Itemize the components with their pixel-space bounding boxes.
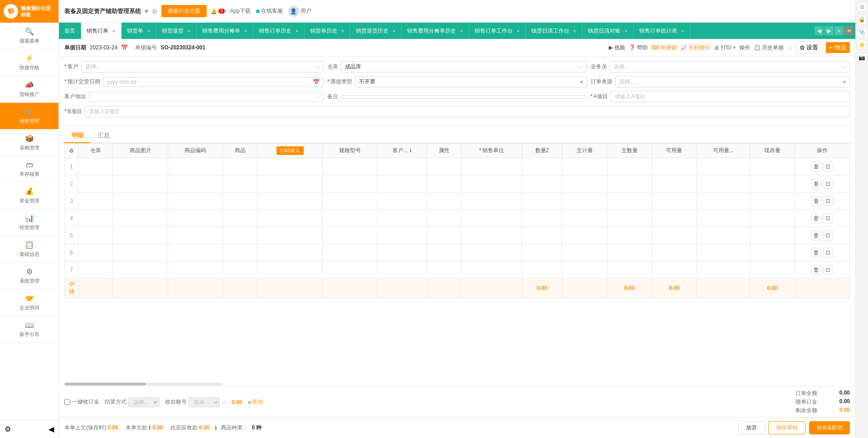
inner-tab-0[interactable]: 明细 [64,129,91,143]
cell-5-8[interactable] [427,227,461,244]
delete-row-btn-3[interactable]: 🗑 [811,196,821,206]
cell-2-2[interactable] [113,175,168,193]
account-select[interactable]: 选择... [189,397,220,407]
inner-tab-1[interactable]: 汇总 [91,129,117,143]
cell-4-3[interactable] [168,210,223,227]
cell-6-7[interactable] [378,244,427,261]
sidebar-item-1[interactable]: ⚡快捷导航 [0,49,58,76]
cell-4-4[interactable] [223,210,257,227]
cell-7-6[interactable] [322,261,377,279]
add-logistics-button[interactable]: + 物流 [826,42,850,53]
cell-2-6[interactable] [322,175,377,193]
tab-close-8[interactable]: ✕ [460,29,463,34]
cell-3-15[interactable] [750,193,795,210]
history-btn[interactable]: 📋历史单据 [754,44,784,52]
cell-2-13[interactable] [652,175,697,193]
cell-2-14[interactable] [697,175,750,193]
tab-0[interactable]: 首页 [59,23,81,39]
copy-row-btn-4[interactable]: ⊡ [823,213,833,223]
cell-2-12[interactable] [607,175,652,193]
sidebar-item-8[interactable]: 📋基础信息 [0,236,58,263]
cell-4-5[interactable] [257,210,323,227]
cell-6-3[interactable] [168,244,223,261]
cell-7-1[interactable] [78,261,113,279]
copy-row-btn-6[interactable]: ⊡ [823,248,833,258]
copy-row-btn-2[interactable]: ⊡ [823,179,833,189]
tab-9[interactable]: 销售订单工作台✕ [469,23,526,39]
cell-4-9[interactable] [461,210,522,227]
cell-6-14[interactable] [697,244,750,261]
tab-2[interactable]: 销货单✕ [121,23,156,39]
sidebar-item-5[interactable]: 🗃库存核算 [0,156,58,183]
cell-1-15[interactable] [750,158,795,175]
cell-4-8[interactable] [427,210,461,227]
cell-6-11[interactable] [562,244,607,261]
tab-close-11[interactable]: ✕ [624,29,628,34]
cell-4-1[interactable] [78,210,113,227]
cell-6-12[interactable] [607,244,652,261]
tab-1[interactable]: 销售订单✕ [81,23,121,39]
save-new-button[interactable]: 保存&新增 [809,421,850,434]
cell-5-13[interactable] [652,227,697,244]
warehouse-input[interactable]: 成品库 ··· [341,61,587,72]
cell-1-14[interactable] [697,158,750,175]
settings-icon[interactable]: ⚙ [152,8,158,15]
sales-dots[interactable]: ··· [841,64,846,70]
tab-12[interactable]: 销售订单统计表✕ [634,23,690,39]
customer-input[interactable]: 选择... ··· [81,61,324,72]
cell-4-12[interactable] [607,210,652,227]
app-download-link[interactable]: App下载 [230,7,251,15]
tab-close-2[interactable]: ✕ [147,29,150,34]
cell-3-8[interactable] [427,193,461,210]
cell-2-5[interactable] [257,175,323,193]
cell-7-3[interactable] [168,261,223,279]
cell-6-5[interactable] [257,244,323,261]
tab-8[interactable]: 销售费用分摊单历史✕ [402,23,469,39]
cell-4-7[interactable] [378,210,427,227]
sidebar-item-4[interactable]: 📦采购管理 [0,130,58,156]
tab-close-all-btn[interactable]: ✕ [844,26,853,35]
cell-5-3[interactable] [168,227,223,244]
cell-4-14[interactable] [697,210,750,227]
tab-7[interactable]: 销货退货历史✕ [350,23,402,39]
cell-4-6[interactable] [322,210,377,227]
order-source-input[interactable]: 选择... ▾ [615,76,850,87]
cell-3-14[interactable] [697,193,750,210]
tab-next-btn[interactable]: ▶ [824,26,834,35]
sidebar-item-10[interactable]: 🤝企业协同 [0,289,58,316]
cell-3-3[interactable] [168,193,223,210]
sidebar-item-11[interactable]: 📖新手引导 [0,316,58,343]
cell-5-11[interactable] [562,227,607,244]
cell-1-12[interactable] [607,158,652,175]
cell-5-15[interactable] [750,227,795,244]
tab-close-3[interactable]: ✕ [187,29,191,34]
operation-btn[interactable]: 操作 [739,44,750,52]
cell-7-13[interactable] [652,261,697,279]
save-draft-button[interactable]: 保存草稿 [768,421,805,434]
solution-button[interactable]: 体验行业方案 [161,5,207,17]
cell-4-11[interactable] [562,210,607,227]
cell-7-4[interactable] [223,261,257,279]
cell-5-1[interactable] [78,227,113,244]
delete-row-btn-1[interactable]: 🗑 [811,162,821,172]
cell-3-5[interactable] [257,193,323,210]
sidebar-item-9[interactable]: ⚙系统管理 [0,263,58,289]
tab-3[interactable]: 销货退货✕ [156,23,197,39]
tab-close-9[interactable]: ✕ [516,29,520,34]
cell-4-10[interactable] [522,210,562,227]
scrollbar-track[interactable] [64,383,223,385]
online-service-link[interactable]: 在线客服 [256,7,283,15]
copy-row-btn-5[interactable]: ⊡ [823,231,833,241]
tab-4[interactable]: 销售费用分摊单✕ [197,23,253,39]
cell-6-13[interactable] [652,244,697,261]
print-btn[interactable]: 🖨打印▾ [714,44,736,52]
cell-3-13[interactable] [652,193,697,210]
calendar2-icon[interactable]: 📅 [313,79,320,85]
sidebar-item-6[interactable]: 💰资金管理 [0,183,58,209]
profit-btn[interactable]: 📈毛利预估 [680,44,710,52]
cell-3-12[interactable] [607,193,652,210]
cell-7-11[interactable] [562,261,607,279]
tab-close-4[interactable]: ✕ [244,29,247,34]
delete-row-btn-6[interactable]: 🗑 [811,248,821,258]
cell-5-7[interactable] [378,227,427,244]
